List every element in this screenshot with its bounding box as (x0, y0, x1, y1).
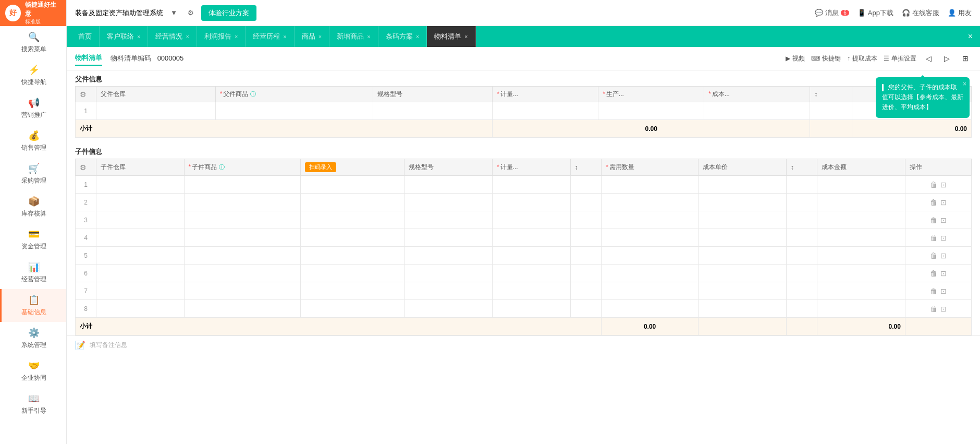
child-warehouse-cell-5[interactable] (96, 247, 185, 265)
parent-product-cell[interactable] (215, 102, 373, 120)
child-spec-cell-8[interactable] (405, 300, 493, 318)
copy-icon-4[interactable]: ⊡ (940, 234, 947, 242)
copy-icon-3[interactable]: ⊡ (940, 216, 947, 224)
child-warehouse-cell-1[interactable] (96, 176, 185, 194)
nav-tab-history[interactable]: 经营历程 × (246, 26, 294, 47)
nav-tab-close-operation[interactable]: × (186, 33, 189, 40)
child-unit-cell-7[interactable] (492, 282, 570, 300)
child-unit-cost-cell-3[interactable] (699, 211, 787, 229)
child-spec-cell-5[interactable] (405, 247, 493, 265)
doc-settings-action[interactable]: ☰ 单据设置 (884, 54, 916, 63)
sidebar-item-quick-nav[interactable]: ⚡ 快捷导航 (0, 59, 66, 92)
sidebar-item-basic[interactable]: 📋 基础信息 (0, 289, 66, 322)
sidebar-item-system[interactable]: ⚙️ 系统管理 (0, 322, 66, 355)
delete-icon-4[interactable]: 🗑 (930, 234, 937, 242)
scan-input-btn[interactable]: 扫码录入 (305, 162, 336, 172)
extract-cost-action[interactable]: ↑ 提取成本 (847, 54, 877, 63)
sidebar-item-operation[interactable]: 📊 经营管理 (0, 256, 66, 289)
parent-spec-cell[interactable] (373, 102, 493, 120)
child-unit-cell-2[interactable] (492, 194, 570, 211)
nav-tab-bom[interactable]: 物料清单 × (427, 26, 475, 47)
sub-tab-bom-list[interactable]: 物料清单 (75, 51, 102, 66)
child-unit-cost-cell-4[interactable] (699, 229, 787, 247)
nav-tab-close-profit[interactable]: × (235, 33, 238, 40)
online-service-item[interactable]: 🎧 在线客服 (902, 8, 939, 18)
topbar-settings-btn[interactable]: ⚙ (185, 7, 197, 19)
parent-produce-cell[interactable] (598, 102, 704, 120)
child-qty-cell-3[interactable] (602, 211, 699, 229)
delete-icon-7[interactable]: 🗑 (930, 287, 937, 295)
nav-tab-operation-status[interactable]: 经营情况 × (148, 26, 197, 47)
child-warehouse-cell-2[interactable] (96, 194, 185, 211)
tooltip-close-btn[interactable]: × (963, 79, 966, 89)
child-product-cell-5[interactable] (184, 247, 300, 265)
nav-tab-close-goods[interactable]: × (318, 33, 322, 40)
child-product-cell-4[interactable] (184, 229, 300, 247)
nav-tab-close-bom[interactable]: × (464, 33, 468, 40)
child-qty-cell-6[interactable] (602, 265, 699, 282)
child-warehouse-cell-7[interactable] (96, 282, 185, 300)
parent-warehouse-cell[interactable] (96, 102, 216, 120)
nav-tab-close-history[interactable]: × (283, 33, 286, 40)
child-unit-cost-cell-1[interactable] (699, 176, 787, 194)
nav-tab-goods[interactable]: 商品 × (295, 26, 329, 47)
child-product-cell-6[interactable] (184, 265, 300, 282)
delete-icon-6[interactable]: 🗑 (930, 269, 937, 278)
child-unit-cell-4[interactable] (492, 229, 570, 247)
copy-icon-6[interactable]: ⊡ (940, 269, 947, 278)
parent-cost-cell[interactable] (704, 102, 810, 120)
child-product-cell-1[interactable] (184, 176, 300, 194)
sidebar-item-search[interactable]: 🔍 搜索菜单 (0, 26, 66, 59)
nav-tab-home[interactable]: 首页 (71, 26, 100, 47)
child-qty-cell-7[interactable] (602, 282, 699, 300)
bottom-hint-text[interactable]: 填写备注信息 (90, 341, 127, 350)
collapse-btn[interactable]: ▷ (941, 52, 953, 65)
delete-icon-3[interactable]: 🗑 (930, 216, 937, 224)
child-unit-cell-6[interactable] (492, 265, 570, 282)
child-product-cell-2[interactable] (184, 194, 300, 211)
child-product-cell-8[interactable] (184, 300, 300, 318)
shortcut-action[interactable]: ⌨ 快捷键 (811, 54, 841, 63)
child-unit-cost-cell-6[interactable] (699, 265, 787, 282)
sidebar-item-collab[interactable]: 🤝 企业协同 (0, 355, 66, 388)
child-qty-cell-8[interactable] (602, 300, 699, 318)
expand-btn[interactable]: ◁ (923, 52, 935, 65)
app-download-item[interactable]: 📱 App下载 (858, 8, 893, 18)
sidebar-item-finance[interactable]: 💳 资金管理 (0, 223, 66, 256)
nav-tab-close-customer[interactable]: × (137, 33, 140, 40)
child-qty-cell-5[interactable] (602, 247, 699, 265)
nav-tab-new-goods[interactable]: 新增商品 × (329, 26, 378, 47)
copy-icon-5[interactable]: ⊡ (940, 251, 947, 260)
child-unit-cell-3[interactable] (492, 211, 570, 229)
child-spec-cell-3[interactable] (405, 211, 493, 229)
copy-icon-2[interactable]: ⊡ (940, 198, 947, 207)
close-all-tabs-btn[interactable]: × (965, 30, 976, 43)
child-unit-cost-cell-5[interactable] (699, 247, 787, 265)
child-warehouse-cell-4[interactable] (96, 229, 185, 247)
copy-icon-7[interactable]: ⊡ (940, 287, 947, 295)
video-action[interactable]: ▶ 视频 (786, 54, 805, 63)
experience-button[interactable]: 体验行业方案 (201, 5, 256, 21)
nav-tab-close-new-goods[interactable]: × (367, 33, 370, 40)
delete-icon-1[interactable]: 🗑 (930, 181, 937, 189)
child-qty-cell-4[interactable] (602, 229, 699, 247)
delete-icon-5[interactable]: 🗑 (930, 251, 937, 260)
topbar-dropdown-btn[interactable]: ▼ (167, 7, 180, 19)
child-unit-cost-cell-7[interactable] (699, 282, 787, 300)
delete-icon-2[interactable]: 🗑 (930, 198, 937, 207)
nav-tab-profit[interactable]: 利润报告 × (197, 26, 246, 47)
child-warehouse-cell-8[interactable] (96, 300, 185, 318)
child-spec-cell-7[interactable] (405, 282, 493, 300)
child-product-cell-7[interactable] (184, 282, 300, 300)
child-qty-cell-1[interactable] (602, 176, 699, 194)
child-spec-cell-2[interactable] (405, 194, 493, 211)
parent-unit-cell[interactable] (493, 102, 598, 120)
nav-tab-customer[interactable]: 客户联络 × (100, 26, 148, 47)
nav-tab-close-barcode[interactable]: × (416, 33, 419, 40)
delete-icon-8[interactable]: 🗑 (930, 305, 937, 313)
child-spec-cell-6[interactable] (405, 265, 493, 282)
sidebar-item-marketing[interactable]: 📢 营销推广 (0, 92, 66, 125)
child-warehouse-cell-3[interactable] (96, 211, 185, 229)
sidebar-item-inventory[interactable]: 📦 库存核算 (0, 190, 66, 223)
grid-btn[interactable]: ⊞ (959, 52, 972, 65)
